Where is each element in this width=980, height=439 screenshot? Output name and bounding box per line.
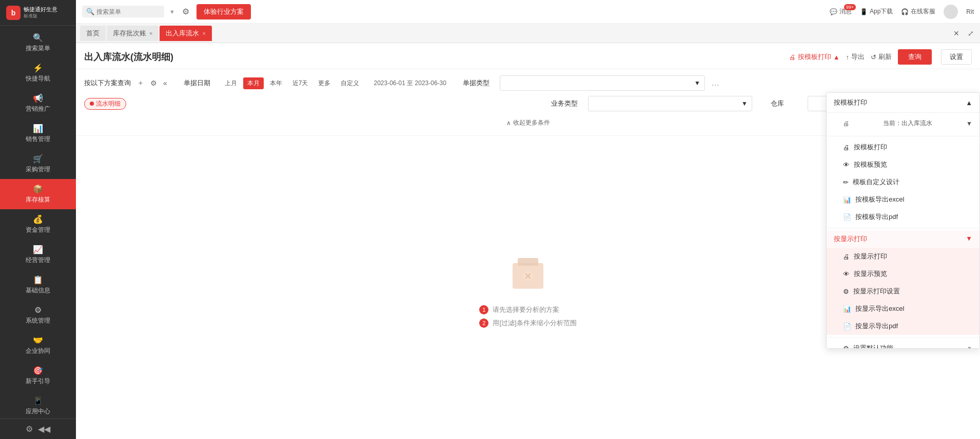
dropdown-display-settings[interactable]: ⚙ 按显示打印设置 (827, 283, 979, 300)
industry-btn[interactable]: 体验行业方案 (197, 4, 251, 19)
dropdown-header[interactable]: 按模板打印 ▲ (827, 93, 979, 113)
export-label: 导出 (851, 52, 865, 62)
app-name: 畅捷通好生意 (24, 6, 57, 13)
app-download-label: App下载 (870, 7, 893, 16)
sidebar-item-collab[interactable]: 🤝企业协同 (0, 330, 76, 361)
sidebar-item-finance[interactable]: 💰资金管理 (0, 209, 76, 240)
online-service-btn[interactable]: 🎧 在线客服 (901, 7, 935, 16)
tip-text-1: 请先选择要分析的方案 (493, 305, 559, 314)
filter-row-top: 按以下方案查询 ＋ ⚙ « 单据日期 上月 本月 本年 近7天 更多 自定义 2… (84, 75, 972, 91)
date-tab-this-month[interactable]: 本月 (243, 77, 264, 89)
purchase-icon: 🛒 (33, 154, 43, 164)
expand-window-btn[interactable]: ⤢ (966, 27, 976, 39)
dropdown-display-preview[interactable]: 👁 按显示预览 (827, 265, 979, 283)
date-tab-custom[interactable]: 自定义 (337, 77, 363, 89)
tab-home[interactable]: 首页 (80, 26, 106, 41)
sidebar-item-system[interactable]: ⚙系统管理 (0, 300, 76, 330)
settings-bottom-icon[interactable]: ⚙ (26, 424, 33, 434)
filter-settings-icon[interactable]: ⚙ (150, 79, 157, 87)
display-section-label: 按显示打印 (834, 234, 867, 244)
sidebar-item-basic[interactable]: 📋基础信息 (0, 270, 76, 300)
tab-flow[interactable]: 出入库流水 × (160, 26, 211, 41)
sidebar-item-operation[interactable]: 📈经营管理 (0, 240, 76, 270)
dropdown-display-settings-label: 按显示打印设置 (853, 287, 900, 296)
display-section-header[interactable]: 按显示打印 ▲ (827, 230, 979, 248)
dropdown-display-print[interactable]: 🖨 按显示打印 (827, 248, 979, 265)
close-window-btn[interactable]: ✕ (951, 27, 962, 39)
apps-icon: 📱 (33, 396, 43, 406)
user-avatar[interactable] (944, 5, 958, 19)
app-download-btn[interactable]: 📱 App下载 (860, 7, 893, 16)
headset-icon: 🎧 (901, 8, 909, 15)
tabs-bar: 首页 库存批次账 × 出入库流水 × ✕ ⤢ (76, 24, 980, 43)
dropdown-template-print[interactable]: 🖨 按模板打印 (827, 138, 979, 156)
filter-fold-icon[interactable]: « (163, 79, 167, 87)
marketing-icon: 📢 (33, 93, 43, 103)
search-box[interactable]: 🔍 (82, 6, 164, 17)
stream-tag[interactable]: 流水明细 (84, 98, 126, 110)
add-filter-icon[interactable]: ＋ (137, 78, 144, 88)
page-content: 出入库流水(流水明细) 🖨 按模板打印 ▲ ↑ 导出 ↺ 刷新 查询 设置 (76, 43, 980, 439)
topbar-gear-icon[interactable]: ⚙ (182, 7, 189, 16)
message-btn[interactable]: 💬 消息 99+ (830, 7, 852, 16)
empty-tip-1: 1 请先选择要分析的方案 (479, 305, 576, 314)
tab-home-label: 首页 (86, 29, 100, 38)
date-tab-7days[interactable]: 近7天 (288, 77, 312, 89)
sidebar-item-label: 搜索菜单 (26, 44, 50, 53)
sidebar-item-search[interactable]: 🔍搜索菜单 (0, 28, 76, 58)
sidebar-item-label: 资金管理 (26, 226, 50, 234)
tab-flow-label: 出入库流水 (166, 29, 199, 38)
query-btn[interactable]: 查询 (898, 49, 932, 65)
dropdown-display-pdf[interactable]: 📄 按显示导出pdf (827, 317, 979, 335)
export-btn[interactable]: ↑ 导出 (846, 52, 865, 62)
dropdown-display-excel[interactable]: 📊 按显示导出excel (827, 300, 979, 317)
biz-type-select[interactable]: ▼ (588, 96, 752, 111)
collapse-btn[interactable]: ∧ 收起更多条件 (502, 116, 554, 129)
dropdown-template-preview[interactable]: 👁 按模板预览 (827, 156, 979, 173)
bill-type-select[interactable]: ▼ (500, 75, 705, 91)
topbar-right: 💬 消息 99+ 📱 App下载 🎧 在线客服 Rit (830, 5, 974, 19)
empty-tip-2: 2 用[过滤]条件来缩小分析范围 (479, 318, 576, 328)
sidebar-item-apps[interactable]: 📱应用中心 (0, 391, 76, 418)
stream-dot (90, 102, 94, 106)
sidebar-item-marketing[interactable]: 📢营销推广 (0, 88, 76, 118)
dropdown-template-design-label: 模板自定义设计 (853, 177, 899, 187)
refresh-label: 刷新 (878, 52, 892, 62)
sidebar-item-label: 营销推广 (26, 105, 50, 113)
display-preview-icon: 👁 (843, 270, 850, 278)
sidebar-item-quicknav[interactable]: ⚡快捷导航 (0, 58, 76, 88)
search-icon: 🔍 (33, 33, 43, 43)
date-tab-last-month[interactable]: 上月 (221, 77, 241, 89)
dropdown-set-default[interactable]: ⚙ 设置默认功能 ▼ (827, 340, 979, 349)
search-input[interactable] (96, 8, 160, 15)
tab-batch-close[interactable]: × (149, 30, 152, 36)
bill-type-more-icon[interactable]: … (711, 78, 719, 88)
dropdown-current-item[interactable]: 🖨 当前：出入库流水 ▼ (827, 116, 979, 131)
sidebar-item-sales[interactable]: 📊销售管理 (0, 118, 76, 149)
app-version: 标准版 (24, 13, 57, 19)
empty-illustration (502, 248, 554, 299)
sidebar-item-label: 应用中心 (26, 407, 50, 416)
dropdown-title: 按模板打印 (834, 98, 867, 107)
collapse-icon[interactable]: ◀◀ (38, 424, 50, 434)
dropdown-template-pdf[interactable]: 📄 按模板导出pdf (827, 208, 979, 226)
dropdown-template-excel[interactable]: 📊 按模板导出excel (827, 191, 979, 208)
sidebar-item-label: 企业协同 (26, 347, 50, 355)
sidebar-item-purchase[interactable]: 🛒采购管理 (0, 149, 76, 179)
refresh-btn[interactable]: ↺ 刷新 (871, 52, 892, 62)
topbar-dropdown-icon[interactable]: ▼ (169, 9, 175, 15)
sidebar-item-newbie[interactable]: 🎯新手引导 (0, 361, 76, 391)
message-icon: 💬 (830, 8, 837, 15)
date-tab-more[interactable]: 更多 (314, 77, 335, 89)
bill-type-label: 单据类型 (463, 78, 494, 88)
display-pdf-icon: 📄 (843, 323, 851, 330)
template-print-btn[interactable]: 🖨 按模板打印 ▲ (789, 52, 840, 62)
tab-flow-close[interactable]: × (202, 30, 205, 36)
printer-icon: 🖨 (789, 53, 796, 61)
tab-batch[interactable]: 库存批次账 × (107, 26, 159, 41)
sidebar-item-inventory[interactable]: 📦库存核算 (0, 179, 76, 209)
date-tab-this-year[interactable]: 本年 (266, 77, 286, 89)
settings-btn[interactable]: 设置 (941, 49, 972, 65)
dropdown-template-design[interactable]: ✏ 模板自定义设计 (827, 173, 979, 191)
sidebar-nav: 🔍搜索菜单⚡快捷导航📢营销推广📊销售管理🛒采购管理📦库存核算💰资金管理📈经营管理… (0, 26, 76, 418)
